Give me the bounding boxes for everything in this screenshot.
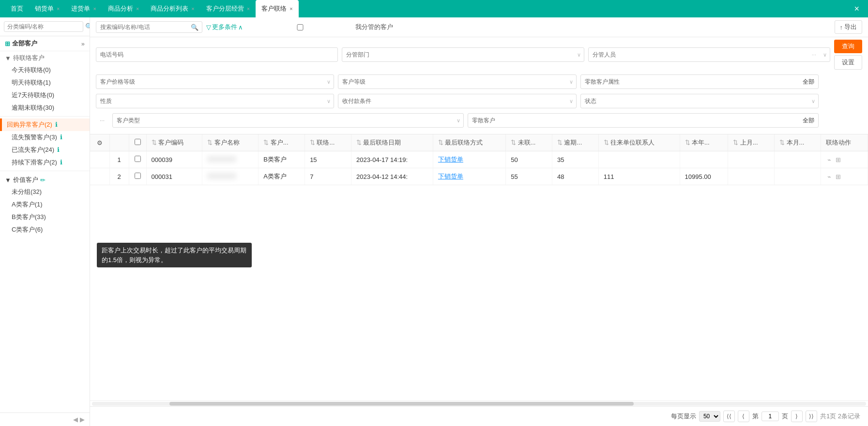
filter-person[interactable]: 分管人员 ··· ∨ — [588, 47, 830, 62]
sidebar-group-pending[interactable]: ▼ 待联络客户 — [0, 51, 90, 64]
horizontal-scrollbar[interactable] — [90, 400, 868, 406]
sidebar-items-container: ⊞ 全部客户 » ▼ 待联络客户 今天待联络(0) 明天待联络(1) 近7天待联… — [0, 36, 90, 412]
filter-customer-grade[interactable]: 客户等级 ∨ — [338, 74, 576, 89]
sidebar-item-ungroups[interactable]: 未分组(32) — [0, 186, 90, 198]
sidebar-search-area: 🔍 — [0, 17, 90, 36]
td-check-1[interactable] — [129, 151, 146, 168]
sidebar-item-churn-warning[interactable]: 流失预警客户(3) ℹ — [0, 131, 90, 144]
scroll-thumb[interactable] — [169, 402, 634, 406]
sidebar-item-churned[interactable]: 已流失客户(24) ℹ — [0, 144, 90, 156]
th-type[interactable]: ⇅ 客户... — [259, 134, 305, 151]
sidebar-group-value[interactable]: ▼ 价值客户 ✏ — [0, 173, 90, 186]
filter-dept-chevron: ∨ — [577, 52, 581, 58]
per-page-select[interactable]: 50 — [699, 411, 720, 422]
td-no-1: 1 — [109, 151, 129, 168]
td-gear-2 — [90, 168, 109, 185]
nav-sales-close[interactable]: × — [57, 6, 60, 12]
nav-sales[interactable]: 销货单 × — [29, 0, 65, 17]
td-unit-contact-2: 111 — [598, 168, 680, 185]
filter-phone[interactable]: 电话号码 — [96, 47, 338, 62]
nav-product-list[interactable]: 商品分析列表 × — [145, 0, 200, 17]
nav-customer-tier[interactable]: 客户分层经营 × — [200, 0, 256, 17]
th-uncontacted[interactable]: ⇅ 未联... — [506, 134, 552, 151]
filter-price-grade[interactable]: 客户价格等级 ∨ — [96, 74, 334, 89]
filter-payment[interactable]: 收付款条件 ∨ — [338, 94, 576, 108]
filter-dept[interactable]: 分管部门 ∨ — [342, 47, 584, 62]
settings-button[interactable]: 设置 — [834, 55, 862, 70]
filter-person-chevron: ∨ — [823, 52, 827, 58]
last-page-button[interactable]: ⟩⟩ — [806, 411, 817, 422]
th-gear[interactable]: ⚙ — [90, 134, 109, 151]
export-button[interactable]: ↑ 导出 — [835, 20, 863, 34]
sidebar-bottom-arrow[interactable]: ◀ ▶ — [73, 416, 85, 423]
filter-nature[interactable]: 性质 ∨ — [96, 94, 334, 108]
th-this-year[interactable]: ⇅ 本年... — [680, 134, 728, 151]
sidebar-item-overdue[interactable]: 逾期未联络(30) — [0, 102, 90, 114]
th-check[interactable] — [129, 134, 146, 151]
nav-purchase[interactable]: 进货单 × — [65, 0, 102, 17]
filter-person-more[interactable]: ··· — [812, 52, 816, 58]
td-check-2[interactable] — [129, 168, 146, 185]
sidebar-item-tomorrow[interactable]: 明天待联络(1) — [0, 76, 90, 89]
scroll-track[interactable] — [92, 402, 866, 406]
th-last-contact-date[interactable]: ⇅ 最后联络日期 — [351, 134, 433, 151]
nav-customer-contact-close[interactable]: × — [289, 6, 292, 12]
th-code[interactable]: ⇅ 客户编码 — [146, 134, 202, 151]
sidebar-item-class-b[interactable]: B类客户(33) — [0, 211, 90, 223]
filter-phone-input[interactable] — [126, 51, 334, 58]
more-conditions-button[interactable]: ▽ 更多条件 ∧ — [206, 23, 243, 31]
action-grid-icon-2[interactable]: ⊞ — [836, 173, 841, 180]
window-close-button[interactable]: × — [850, 4, 863, 14]
td-uncontacted-2: 55 — [506, 168, 552, 185]
nav-purchase-close[interactable]: × — [93, 6, 96, 12]
th-name[interactable]: ⇅ 客户名称 — [202, 134, 259, 151]
query-button[interactable]: 查询 — [834, 40, 862, 53]
sidebar-item-class-c[interactable]: C类客户(6) — [0, 223, 90, 236]
row-checkbox-1[interactable] — [135, 156, 141, 162]
select-all-checkbox[interactable] — [135, 139, 141, 145]
action-link-icon-2[interactable]: ⌁ — [827, 173, 831, 180]
td-gear-1 — [90, 151, 109, 168]
filter-retail-customer[interactable]: 零散客户 全部 ∨ — [468, 113, 819, 128]
th-last-month[interactable]: ⇅ 上月... — [728, 134, 775, 151]
th-overdue[interactable]: ⇅ 逾期... — [552, 134, 599, 151]
table-area[interactable]: ⚙ ⇅ 客户编码 ⇅ 客户名 — [90, 134, 868, 400]
prev-page-button[interactable]: ⟨ — [738, 411, 749, 422]
nav-customer-contact[interactable]: 客户联络 × — [256, 0, 298, 17]
th-this-month[interactable]: ⇅ 本月... — [775, 134, 821, 151]
sidebar-item-today[interactable]: 今天待联络(0) — [0, 64, 90, 76]
row-checkbox-2[interactable] — [135, 173, 141, 179]
nav-product-analysis[interactable]: 商品分析 × — [102, 0, 145, 17]
th-unit-contact[interactable]: ⇅ 往来单位联系人 — [598, 134, 680, 151]
value-group-edit-icon[interactable]: ✏ — [40, 176, 46, 184]
sidebar-all-customers[interactable]: ⊞ 全部客户 » — [0, 36, 90, 51]
nav-home[interactable]: 首页 — [5, 0, 29, 17]
sidebar-divider-1 — [0, 116, 90, 117]
filter-payment-chevron: ∨ — [569, 98, 573, 104]
filter-customer-type[interactable]: 客户类型 ∨ — [112, 113, 464, 128]
my-customers-checkbox[interactable] — [247, 24, 353, 30]
sidebar-item-class-a[interactable]: A类客户(1) — [0, 198, 90, 211]
filter-more-dots[interactable]: ··· — [100, 117, 105, 124]
filter-retail-attr[interactable]: 零散客户属性 全部 ∨ — [580, 74, 819, 89]
td-no-2: 2 — [109, 168, 129, 185]
next-page-button[interactable]: ⟩ — [791, 411, 803, 422]
gear-icon[interactable]: ⚙ — [97, 139, 103, 147]
th-contact[interactable]: ⇅ 联络... — [305, 134, 351, 151]
th-last-contact-method[interactable]: ⇅ 最后联络方式 — [433, 134, 505, 151]
action-grid-icon-1[interactable]: ⊞ — [836, 156, 841, 163]
filter-status[interactable]: 状态 ∨ — [580, 94, 819, 108]
first-page-button[interactable]: ⟨⟨ — [723, 411, 735, 422]
sidebar-item-7days[interactable]: 近7天待联络(0) — [0, 89, 90, 102]
sidebar-collapse-icon[interactable]: » — [81, 40, 85, 47]
page-number-input[interactable] — [761, 411, 779, 421]
sidebar-search-button[interactable]: 🔍 — [85, 23, 90, 30]
sidebar-item-declining[interactable]: 持续下滑客户(2) ℹ — [0, 156, 90, 169]
sidebar-search-input[interactable] — [4, 21, 83, 32]
nav-customer-tier-close[interactable]: × — [247, 6, 250, 12]
action-link-icon-1[interactable]: ⌁ — [827, 156, 831, 163]
nav-product-list-close[interactable]: × — [191, 6, 194, 12]
nav-product-analysis-close[interactable]: × — [136, 6, 139, 12]
search-input[interactable] — [96, 21, 202, 33]
sidebar-item-repurchase-abnormal[interactable]: 回购异常客户(2) ℹ — [2, 118, 90, 131]
